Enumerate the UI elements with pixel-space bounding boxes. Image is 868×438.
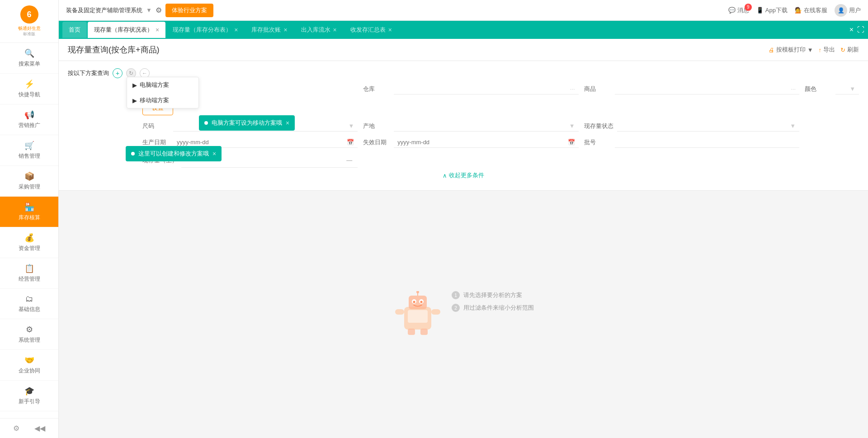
sidebar-item-sales[interactable]: 🛒 销售管理 (0, 135, 58, 166)
sidebar-item-inventory[interactable]: 🏪 库存核算 (0, 197, 58, 227)
print-dropdown[interactable]: ▼ (807, 47, 813, 53)
sidebar-collapse-btn[interactable]: ◀◀ (34, 424, 45, 433)
tab-inventory-status-close[interactable]: × (156, 27, 159, 33)
scheme-item-desktop[interactable]: ▶ 电脑端方案 (127, 77, 198, 93)
tab-flow[interactable]: 出入库流水 × (295, 22, 343, 38)
tab-recv-close[interactable]: × (388, 27, 392, 33)
sidebar-item-marketing[interactable]: 📢 营销推广 (0, 104, 58, 135)
app-label: App下载 (765, 6, 788, 14)
print-btn[interactable]: 🖨 按模板打印 ▼ (769, 46, 813, 54)
goods-select[interactable]: ··· (615, 84, 799, 94)
sidebar-nav: 🔍 搜索菜单 ⚡ 快捷导航 📢 营销推广 🛒 销售管理 📦 采购管理 🏪 (0, 43, 58, 418)
stock-status-dropdown-arrow[interactable]: ▼ (790, 122, 796, 129)
goods-label: 商品 (584, 85, 611, 93)
search-add-button[interactable]: + (113, 68, 123, 78)
size-dropdown-arrow[interactable]: ▼ (348, 122, 354, 129)
guide-icon: 🎓 (24, 386, 34, 396)
batch-input[interactable] (615, 137, 799, 148)
purchase-icon: 📦 (24, 171, 34, 181)
user-action[interactable]: 👤 用户 (835, 4, 861, 17)
scheme-arrow-mobile: ▶ (132, 97, 137, 104)
support-action[interactable]: 💁 在线客服 (795, 6, 827, 14)
trial-button[interactable]: 体验行业方案 (165, 4, 213, 17)
sidebar-item-corp-label: 企业协同 (19, 367, 40, 375)
stock-status-select[interactable]: ▼ (617, 121, 799, 132)
tab-batch[interactable]: 库存批次账 × (245, 22, 293, 38)
sidebar-item-inventory-label: 库存核算 (19, 214, 40, 221)
export-btn[interactable]: ↑ 导出 (819, 46, 835, 54)
tab-flow-close[interactable]: × (333, 27, 337, 33)
color-dropdown-arrow[interactable]: ▼ (849, 85, 855, 92)
sidebar-item-base[interactable]: 🗂 基础信息 (0, 289, 58, 319)
sidebar-item-purchase[interactable]: 📦 采购管理 (0, 166, 58, 197)
sidebar-item-system[interactable]: ⚙ 系统管理 (0, 319, 58, 350)
tip-text-2: 用过滤条件来缩小分析范围 (463, 304, 534, 312)
sidebar-item-finance-label: 资金管理 (19, 245, 40, 252)
collapse-chevron-up: ∧ (443, 172, 447, 179)
tab-home[interactable]: 首页 (62, 22, 87, 38)
sidebar-item-operations-label: 经营管理 (19, 275, 40, 283)
message-icon: 💬 (728, 7, 736, 14)
prod-date-input[interactable] (177, 139, 347, 146)
scheme-item-mobile[interactable]: ▶ 移动端方案 (127, 93, 198, 108)
scheme-arrow-desktop: ▶ (132, 82, 137, 89)
tab-fullscreen-icon[interactable]: ⛶ (857, 26, 864, 34)
tab-inventory-dist[interactable]: 现存量（库存分布表） × (166, 22, 244, 38)
tip-num-2: 2 (452, 304, 460, 312)
warehouse-dots[interactable]: ··· (570, 85, 575, 92)
collapse-button[interactable]: ∧ 收起更多条件 (443, 171, 484, 179)
empty-tips: 1 请先选择要分析的方案 2 用过滤条件来缩小分析范围 (452, 291, 534, 312)
logo-icon: 6 (20, 5, 38, 24)
tab-recv[interactable]: 收发存汇总表 × (344, 22, 398, 38)
marketing-icon: 📢 (24, 110, 34, 120)
prod-date-calendar-icon[interactable]: 📅 (347, 139, 354, 146)
sidebar-item-search[interactable]: 🔍 搜索菜单 (0, 43, 58, 74)
tooltip2-close[interactable]: × (212, 150, 216, 157)
tooltip1-text: 电脑方案可设为移动方案哦 (212, 119, 282, 127)
messages-action[interactable]: 💬 消息 9 (728, 6, 749, 14)
tooltip1-dot (204, 121, 208, 125)
origin-dropdown-arrow[interactable]: ▼ (569, 122, 575, 129)
exp-date-calendar-icon[interactable]: 📅 (568, 139, 575, 146)
exp-date-label: 失效日期 (363, 138, 390, 146)
tip-num-1: 1 (452, 291, 460, 299)
quick-icon: ⚡ (24, 79, 34, 89)
tab-bar: 首页 现存量（库存状况表） × 现存量（库存分布表） × 库存批次账 × 出入库… (59, 21, 868, 39)
tab-close-all-icon[interactable]: × (849, 26, 854, 34)
sidebar-settings-btn[interactable]: ⚙ (13, 424, 19, 433)
tip-text-1: 请先选择要分析的方案 (463, 291, 522, 299)
sidebar-item-quick-label: 快捷导航 (19, 91, 40, 99)
warehouse-select[interactable]: ··· (394, 84, 578, 94)
sidebar-item-guide[interactable]: 🎓 新手引导 (0, 381, 58, 411)
tab-batch-close[interactable]: × (283, 27, 287, 33)
refresh-label: 刷新 (847, 46, 859, 54)
sidebar-item-quick[interactable]: ⚡ 快捷导航 (0, 74, 58, 104)
search-label-text: 按以下方案查询 (68, 69, 109, 77)
tab-inventory-dist-close[interactable]: × (234, 27, 238, 33)
batch-label: 批号 (584, 138, 611, 146)
sidebar-item-guide-label: 新手引导 (19, 398, 40, 405)
header-settings-icon[interactable]: ⚙ (156, 6, 162, 14)
system-dropdown[interactable]: ▼ (146, 7, 152, 14)
svg-rect-8 (408, 329, 415, 335)
sidebar-item-operations[interactable]: 📋 经营管理 (0, 258, 58, 289)
system-name: 装备及固定资产辅助管理系统 (66, 6, 142, 14)
color-select[interactable]: ▼ (835, 84, 859, 94)
origin-select[interactable]: ▼ (394, 121, 578, 132)
exp-date-input[interactable] (397, 139, 567, 146)
range-dash: — (346, 157, 352, 164)
sidebar-item-finance[interactable]: 💰 资金管理 (0, 227, 58, 258)
tab-inventory-status[interactable]: 现存量（库存状况表） × (88, 22, 165, 38)
refresh-btn[interactable]: ↻ 刷新 (840, 46, 859, 54)
finance-icon: 💰 (24, 233, 34, 243)
app-download-action[interactable]: 📱 App下载 (756, 6, 788, 14)
export-icon: ↑ (819, 47, 822, 53)
search-panel: 按以下方案查询 + ↻ ← ▶ 电脑端方案 ▶ 移动端方案 电脑方案可设为移动 (59, 61, 868, 191)
sidebar-item-corp[interactable]: 🤝 企业协同 (0, 350, 58, 381)
goods-dots[interactable]: ··· (791, 85, 796, 92)
tooltip1-close[interactable]: × (286, 119, 289, 127)
sidebar-item-base-label: 基础信息 (19, 306, 40, 313)
svg-rect-9 (420, 329, 428, 335)
exp-date-wrapper[interactable]: 📅 (394, 137, 578, 148)
search-row-batch: 批号 (584, 137, 799, 148)
